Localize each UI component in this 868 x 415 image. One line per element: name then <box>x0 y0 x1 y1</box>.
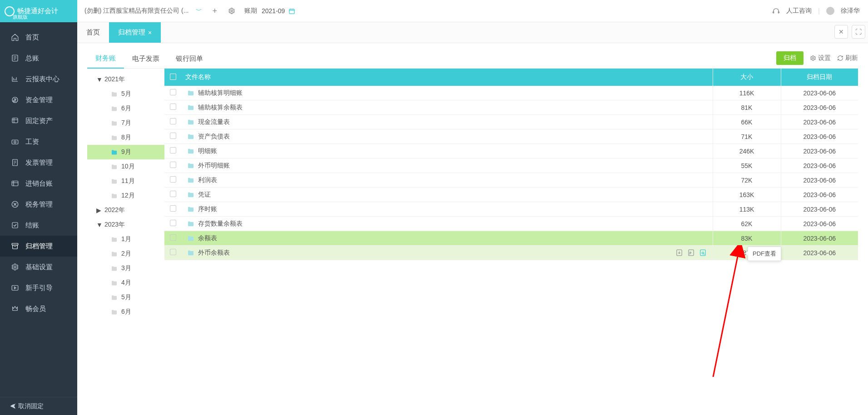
header-date[interactable]: 归档日期 <box>781 69 858 86</box>
table-row[interactable]: 凭证163K2023-06-06 <box>164 188 858 202</box>
tree-year[interactable]: ▼ 2023年 <box>87 217 164 232</box>
table-row[interactable]: 序时账113K2023-06-06 <box>164 202 858 217</box>
row-checkbox[interactable] <box>164 188 182 202</box>
row-checkbox[interactable] <box>164 158 182 173</box>
header-size[interactable]: 大小 <box>713 69 781 86</box>
svg-rect-18 <box>700 250 705 256</box>
topbar-right: 人工咨询 | 徐泽华 <box>772 7 860 15</box>
download-excel-icon[interactable] <box>675 249 684 257</box>
nav-label: 工资 <box>25 138 39 146</box>
tree-month[interactable]: 6月 <box>87 101 164 116</box>
folder-icon <box>111 309 118 316</box>
subtab[interactable]: 银行回单 <box>168 49 211 69</box>
tree-month[interactable]: 5月 <box>87 87 164 101</box>
chevron-down-icon[interactable]: ﹀ <box>196 7 202 15</box>
table-row[interactable]: 辅助核算明细账116K2023-06-06 <box>164 86 858 100</box>
sidebar-item-vip[interactable]: 畅会员 <box>0 298 77 319</box>
period-value[interactable]: 2021-09 <box>262 7 285 15</box>
table-row[interactable]: 现金流量表66K2023-06-06 <box>164 115 858 129</box>
tree-month[interactable]: 2月 <box>87 247 164 261</box>
folder-icon <box>111 163 118 170</box>
file-date: 2023-06-06 <box>781 217 858 231</box>
headset-icon[interactable] <box>772 7 780 15</box>
folder-icon <box>187 89 194 97</box>
logo-area: 畅捷通好会计 旗舰版 <box>0 0 77 22</box>
content-area: 财务账电子发票银行回单 归档 设置 刷新 ▼ 2021年5月6月7月8月9月10… <box>77 43 868 415</box>
page-tab[interactable]: 归档管理× <box>109 22 161 43</box>
tree-year[interactable]: ▶ 2022年 <box>87 203 164 217</box>
tree-month[interactable]: 3月 <box>87 261 164 276</box>
sidebar-item-guide[interactable]: 新手引导 <box>0 277 77 298</box>
file-date: 2023-06-06 <box>781 202 858 217</box>
row-checkbox[interactable] <box>164 86 182 100</box>
file-table-wrap: 文件名称 大小 归档日期 辅助核算明细账116K2023-06-06辅助核算余额… <box>164 69 858 415</box>
row-checkbox[interactable] <box>164 144 182 158</box>
tree-year[interactable]: ▼ 2021年 <box>87 72 164 87</box>
tree-month[interactable]: 9月 <box>87 145 164 159</box>
company-settings-icon[interactable] <box>228 7 235 15</box>
subtab[interactable]: 电子发票 <box>124 49 168 69</box>
header-checkbox[interactable] <box>164 69 182 86</box>
user-name[interactable]: 徐泽华 <box>841 7 860 15</box>
folder-icon <box>187 119 194 126</box>
sidebar-item-home[interactable]: 首页 <box>0 27 77 48</box>
row-checkbox[interactable] <box>164 231 182 246</box>
table-row[interactable]: 资产负债表71K2023-06-06 <box>164 129 858 144</box>
file-date: 2023-06-06 <box>781 231 858 246</box>
tree-month[interactable]: 1月 <box>87 232 164 247</box>
sidebar-item-tax[interactable]: 税务管理 <box>0 194 77 215</box>
sidebar-item-settings[interactable]: 基础设置 <box>0 257 77 277</box>
download-pdf-icon[interactable] <box>687 249 695 257</box>
sidebar-item-ledger[interactable]: 总账 <box>0 48 77 69</box>
table-row[interactable]: 存货数量余额表62K2023-06-06 <box>164 217 858 231</box>
table-row[interactable]: 辅助核算余额表81K2023-06-06 <box>164 100 858 115</box>
row-checkbox[interactable] <box>164 202 182 217</box>
sidebar-item-report[interactable]: 云报表中心 <box>0 69 77 89</box>
sidebar-item-invoice[interactable]: 发票管理 <box>0 152 77 173</box>
table-row[interactable]: 利润表72K2023-06-06 <box>164 173 858 188</box>
tree-month[interactable]: 4月 <box>87 276 164 290</box>
close-tabs-button[interactable]: ✕ <box>834 25 848 39</box>
subtab[interactable]: 财务账 <box>87 49 124 69</box>
avatar-icon[interactable] <box>826 7 834 15</box>
file-name: 序时账 <box>198 205 217 213</box>
calendar-icon[interactable] <box>288 8 295 15</box>
settings-link[interactable]: 设置 <box>810 54 831 62</box>
tree-month[interactable]: 11月 <box>87 174 164 188</box>
table-row[interactable]: 余额表83K2023-06-06 <box>164 231 858 246</box>
topbar: (勿删) 江西服宝精品有限责任公司 (... ﹀ + 账期 2021-09 人工… <box>77 0 868 22</box>
close-icon[interactable]: × <box>148 29 152 36</box>
row-checkbox[interactable] <box>164 217 182 231</box>
tree-month[interactable]: 8月 <box>87 130 164 145</box>
row-checkbox[interactable] <box>164 246 182 260</box>
sidebar-item-close[interactable]: 结账 <box>0 215 77 236</box>
table-row[interactable]: 外币明细账55K2023-06-06 <box>164 158 858 173</box>
company-selector[interactable]: (勿删) 江西服宝精品有限责任公司 (... <box>84 7 188 15</box>
row-checkbox[interactable] <box>164 173 182 188</box>
add-company-button[interactable]: + <box>212 6 217 16</box>
page-tab[interactable]: 首页 <box>77 22 109 43</box>
sidebar-item-inout[interactable]: 进销台账 <box>0 173 77 194</box>
row-checkbox[interactable] <box>164 115 182 129</box>
row-checkbox[interactable] <box>164 129 182 144</box>
pdf-view-icon[interactable] <box>699 249 707 257</box>
tree-month[interactable]: 6月 <box>87 305 164 319</box>
tree-month[interactable]: 5月 <box>87 290 164 305</box>
folder-icon <box>111 236 118 243</box>
sidebar-item-asset[interactable]: 固定资产 <box>0 110 77 131</box>
fullscreen-button[interactable]: ⛶ <box>852 25 865 39</box>
tree-month[interactable]: 12月 <box>87 188 164 203</box>
unpin-button[interactable]: ⮜ 取消固定 <box>0 397 77 415</box>
refresh-link[interactable]: 刷新 <box>837 54 858 62</box>
svg-point-4 <box>14 141 16 143</box>
consult-link[interactable]: 人工咨询 <box>786 7 812 15</box>
header-name[interactable]: 文件名称 <box>182 69 713 86</box>
sidebar-item-fund[interactable]: 资金管理 <box>0 89 77 110</box>
row-checkbox[interactable] <box>164 100 182 115</box>
tree-month[interactable]: 10月 <box>87 159 164 174</box>
tree-month[interactable]: 7月 <box>87 116 164 130</box>
table-row[interactable]: 明细账246K2023-06-06 <box>164 144 858 158</box>
sidebar-item-salary[interactable]: 工资 <box>0 131 77 152</box>
sidebar-item-archive[interactable]: 归档管理 <box>0 236 77 257</box>
archive-button[interactable]: 归档 <box>776 51 804 65</box>
